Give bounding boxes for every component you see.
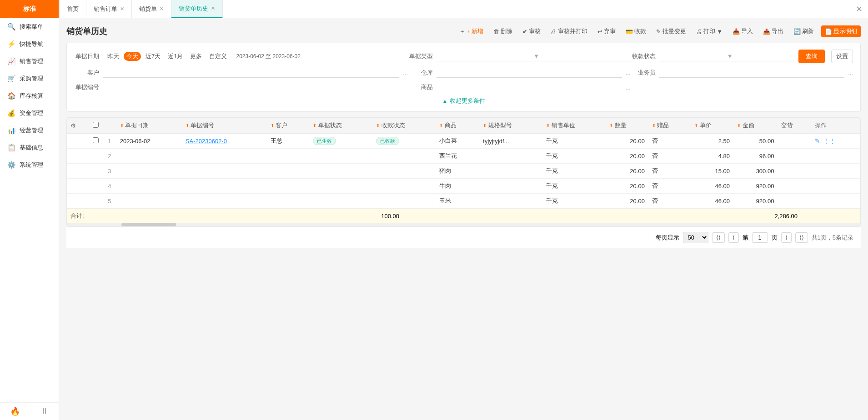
filter-goods: 商品 ... — [408, 82, 630, 92]
docno-col-header[interactable]: ⬆ 单据编号 — [182, 118, 267, 134]
total-amount: 2,286.00 — [774, 213, 798, 220]
docstatus-col-header[interactable]: ⬆ 单据状态 — [309, 118, 372, 134]
month-badge[interactable]: 近1月 — [165, 52, 186, 61]
refresh-button[interactable]: 🔄 刷新 — [791, 25, 817, 37]
close-icon[interactable]: ✕ — [120, 6, 124, 12]
last-page-button[interactable]: ⟩⟩ — [795, 232, 808, 243]
delete-button[interactable]: 🗑 删除 — [491, 25, 515, 37]
paystatus-col-header[interactable]: ⬆ 收款状态 — [372, 118, 436, 134]
week-badge[interactable]: 近7天 — [143, 52, 163, 61]
row-paystatus — [372, 149, 436, 164]
prev-page-button[interactable]: ⟨ — [728, 232, 739, 243]
batch-change-button[interactable]: ✎ 批量变更 — [653, 25, 689, 37]
sidebar-logo: 标准 — [0, 0, 59, 18]
row-paystatus — [372, 164, 436, 179]
sidebar-item-label: 系统管理 — [20, 161, 43, 169]
receive-icon: 💳 — [626, 28, 633, 35]
warehouse-dots[interactable]: ... — [626, 70, 631, 76]
tab-sales-history[interactable]: 销货单历史 ✕ — [171, 0, 223, 18]
money-icon: 💰 — [7, 109, 16, 117]
goods-col-header[interactable]: ⬆ 商品 — [436, 118, 479, 134]
select-all-checkbox[interactable] — [93, 122, 99, 128]
pause-icon[interactable]: ⏸ — [40, 406, 49, 416]
sidebar-item-basic-info[interactable]: 📋 基础信息 — [0, 139, 59, 156]
receive-button[interactable]: 💳 收款 — [623, 25, 649, 37]
abandon-button[interactable]: ↩ 弃审 — [595, 25, 618, 37]
sidebar-item-finance[interactable]: 💰 资金管理 — [0, 105, 59, 122]
date-col-header[interactable]: ⬆ 单据日期 — [116, 118, 182, 134]
today-badge[interactable]: 今天 — [124, 52, 141, 61]
search-button[interactable]: 查询 — [798, 50, 825, 63]
row-paystatus — [372, 179, 436, 194]
qty-col-header[interactable]: ⬆ 数量 — [606, 118, 648, 134]
tab-home[interactable]: 首页 — [59, 0, 86, 18]
unit-col-header[interactable]: ⬆ 销售单位 — [542, 118, 606, 134]
sidebar-item-ops[interactable]: 📊 经营管理 — [0, 122, 59, 139]
edit-icon[interactable]: ✎ — [815, 137, 820, 145]
close-icon[interactable]: ✕ — [211, 5, 215, 11]
trade-col-header: 交货 — [778, 118, 811, 134]
custom-badge[interactable]: 自定义 — [206, 52, 230, 61]
customer-col-header[interactable]: ⬆ 客户 — [267, 118, 310, 134]
audit-print-button[interactable]: 🖨 审核并打印 — [548, 25, 590, 37]
goods-dots[interactable]: ... — [626, 84, 631, 91]
more-ops-icon[interactable]: ⋮⋮ — [823, 137, 836, 145]
row-spec — [479, 164, 542, 179]
goods-input[interactable] — [437, 82, 622, 92]
date-value: 2023-06-02 至 2023-06-02 — [236, 53, 300, 60]
import-button[interactable]: 📥 导入 — [730, 25, 756, 37]
gift-col-header[interactable]: ⬆ 赠品 — [648, 118, 691, 134]
tab-sales-delivery[interactable]: 销货单 ✕ — [132, 0, 171, 18]
show-details-button[interactable]: 📄 显示明细 — [821, 25, 861, 37]
filter-salesperson: 业务员 ... — [631, 68, 853, 78]
amount-col-header[interactable]: ⬆ 金额 — [733, 118, 778, 134]
collapse-button[interactable]: ▲ 收起更多条件 — [74, 97, 853, 105]
row-checkbox[interactable] — [93, 137, 99, 143]
next-page-button[interactable]: ⟩ — [781, 232, 792, 243]
customer-input[interactable] — [103, 68, 399, 78]
doc-type-select[interactable]: ▼ — [437, 51, 630, 61]
close-all-tabs[interactable]: ✕ — [850, 4, 868, 14]
new-button[interactable]: ＋ + 新增 — [457, 25, 486, 37]
settings-button[interactable]: 设置 — [831, 50, 853, 63]
yesterday-badge[interactable]: 昨天 — [105, 52, 122, 61]
sidebar-item-search-menu[interactable]: 🔍 搜索菜单 — [0, 18, 59, 35]
sidebar-item-quick-nav[interactable]: ⚡ 快捷导航 — [0, 35, 59, 53]
data-table: ⚙ ⬆ 单据日期 ⬆ 单据编号 ⬆ 客户 ⬆ 单据状态 ⬆ 收款状态 ⬆ 商品 … — [66, 117, 861, 227]
salesperson-dots[interactable]: ... — [848, 70, 853, 76]
doc-no-input[interactable] — [103, 82, 408, 92]
sort-icon: ⬆ — [694, 123, 698, 128]
sidebar-item-label: 资金管理 — [20, 109, 43, 117]
tab-sales-order[interactable]: 销售订单 ✕ — [86, 0, 132, 18]
row-gift: 否 — [648, 194, 691, 209]
sort-icon: ⬆ — [271, 123, 274, 128]
page-input[interactable] — [752, 232, 768, 243]
sidebar-item-system[interactable]: ⚙️ 系统管理 — [0, 156, 59, 174]
close-icon[interactable]: ✕ — [160, 6, 164, 12]
filter-doc-no: 单据编号 — [74, 82, 408, 92]
price-col-header[interactable]: ⬆ 单价 — [691, 118, 733, 134]
spec-col-header[interactable]: ⬆ 规格型号 — [479, 118, 542, 134]
scrollbar-thumb[interactable] — [121, 223, 176, 226]
warehouse-input[interactable] — [437, 68, 622, 78]
page-size-select[interactable]: 10 20 50 100 — [683, 232, 708, 243]
pay-status-select[interactable]: ▼ — [659, 51, 795, 61]
customer-dots[interactable]: ... — [403, 70, 408, 76]
settings-cell — [67, 164, 89, 179]
sidebar-item-label: 基础信息 — [20, 144, 43, 152]
fire-icon[interactable]: 🔥 — [10, 406, 20, 416]
audit-button[interactable]: ✔ 审核 — [520, 25, 543, 37]
row-docno[interactable]: SA-20230602-0 — [182, 134, 267, 149]
export-button[interactable]: 📤 导出 — [760, 25, 786, 37]
row-ops — [811, 194, 860, 209]
salesperson-input[interactable] — [659, 68, 845, 78]
settings-col-header[interactable]: ⚙ — [67, 118, 89, 134]
more-badge[interactable]: 更多 — [187, 52, 205, 61]
horizontal-scrollbar[interactable] — [67, 223, 860, 226]
print-button[interactable]: 🖨 打印 ▼ — [693, 25, 725, 37]
sidebar-item-sales[interactable]: 📈 销售管理 — [0, 53, 59, 70]
row-goods: 猪肉 — [436, 164, 479, 179]
sidebar-item-purchase[interactable]: 🛒 采购管理 — [0, 70, 59, 87]
first-page-button[interactable]: ⟨⟨ — [712, 232, 725, 243]
sidebar-item-inventory[interactable]: 🏠 库存核算 — [0, 87, 59, 105]
